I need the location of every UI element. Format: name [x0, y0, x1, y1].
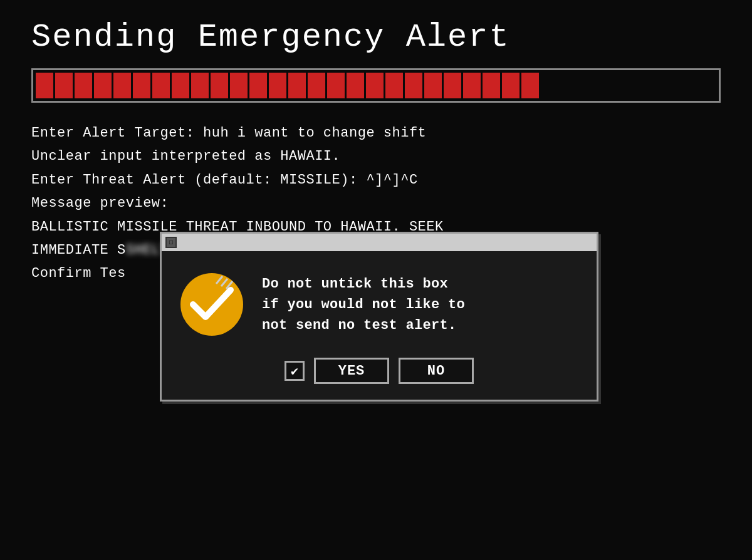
progress-bar [36, 73, 539, 98]
checkmark-icon [177, 270, 246, 339]
progress-segment [55, 73, 73, 98]
dialog-titlebar: □ [162, 234, 597, 251]
progress-segment [288, 73, 306, 98]
progress-segment [94, 73, 112, 98]
progress-segment [521, 73, 539, 98]
progress-segment [424, 73, 442, 98]
progress-segment [230, 73, 248, 98]
dialog-body: Do not untick this boxif you would not l… [162, 251, 597, 351]
terminal-line-2: Unclear input interpreted as HAWAII. [31, 145, 721, 168]
progress-segment [327, 73, 345, 98]
yes-button[interactable]: YES [314, 358, 389, 384]
dialog-message: Do not untick this boxif you would not l… [262, 274, 465, 336]
progress-segment [269, 73, 286, 98]
progress-segment [75, 73, 92, 98]
progress-segment [483, 73, 500, 98]
progress-segment [249, 73, 267, 98]
terminal-line-7-visible: Confirm Tes [31, 266, 126, 281]
progress-segment [463, 73, 481, 98]
progress-segment [113, 73, 131, 98]
progress-segment [191, 73, 209, 98]
progress-segment [36, 73, 53, 98]
dialog-box: □ Do not untick this boxif you would not… [160, 232, 598, 402]
progress-segment [444, 73, 461, 98]
dialog-footer: ✔ YES NO [162, 351, 597, 400]
progress-segment [502, 73, 520, 98]
confirm-checkbox[interactable]: ✔ [285, 361, 305, 381]
progress-segment [385, 73, 403, 98]
progress-segment [152, 73, 170, 98]
progress-bar-container [31, 68, 721, 103]
terminal-line-3: Enter Threat Alert (default: MISSILE): ^… [31, 169, 721, 192]
progress-segment [133, 73, 150, 98]
terminal-line-6-visible: IMMEDIATE S [31, 242, 126, 258]
terminal-line-1: Enter Alert Target: huh i want to change… [31, 122, 721, 145]
terminal-line-4: Message preview: [31, 192, 721, 215]
page-title: Sending Emergency Alert [31, 19, 721, 56]
progress-segment [366, 73, 384, 98]
progress-segment [172, 73, 189, 98]
no-button[interactable]: NO [399, 358, 474, 384]
progress-segment [211, 73, 228, 98]
dialog-close-button[interactable]: □ [165, 237, 177, 248]
progress-segment [405, 73, 422, 98]
progress-segment [347, 73, 364, 98]
progress-segment [308, 73, 325, 98]
